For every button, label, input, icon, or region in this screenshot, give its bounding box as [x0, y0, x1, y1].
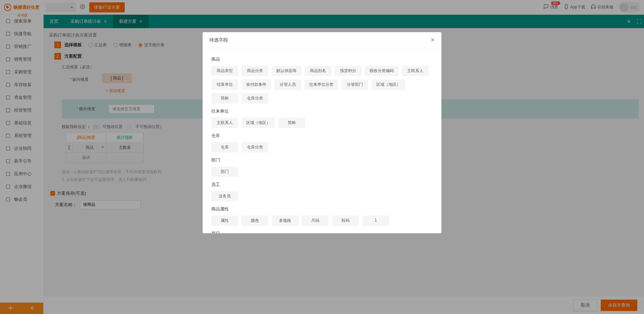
field-chip[interactable]: 尺码	[302, 215, 329, 226]
field-chip[interactable]: 往来单位分类	[305, 79, 338, 90]
field-group: 商品属性属性颜色多规格尺码鞋码1	[211, 206, 433, 226]
field-group-title: 其它	[211, 231, 433, 233]
field-chip[interactable]: 主联系人	[402, 66, 429, 76]
field-group: 员工业务员	[211, 182, 433, 201]
field-chip[interactable]: 仓库分类	[241, 142, 268, 152]
field-chip[interactable]: 税收分类编码	[365, 66, 398, 76]
field-chip[interactable]: 简称	[211, 93, 238, 104]
field-group-title: 部门	[211, 157, 433, 163]
field-chip[interactable]: 商品别名	[305, 66, 331, 76]
field-chip[interactable]: 1	[362, 215, 389, 226]
field-chip[interactable]: 商品类型	[211, 66, 238, 76]
field-chip[interactable]: 简称	[278, 118, 305, 128]
field-chip[interactable]: 区域（地区）	[241, 118, 275, 128]
field-chip[interactable]: 颜色	[241, 215, 268, 226]
field-chip[interactable]: 部门	[211, 167, 238, 177]
field-chip[interactable]: 结算单位	[211, 79, 238, 90]
field-chip[interactable]: 多规格	[272, 215, 299, 226]
field-group-title: 仓库	[211, 133, 433, 139]
field-chip[interactable]: 仓库分类	[241, 93, 268, 104]
field-group: 其它单据日期项目	[211, 231, 433, 233]
field-group: 部门部门	[211, 157, 433, 177]
field-chip[interactable]: 主联系人	[211, 118, 238, 128]
field-group-title: 员工	[211, 182, 433, 188]
field-picker-modal: 待选字段 ✕ 商品商品类型商品分类默认供应商商品别名拣货积分税收分类编码主联系人…	[203, 32, 441, 233]
field-chip[interactable]: 商品分类	[241, 66, 268, 76]
field-group-title: 往来单位	[211, 108, 433, 114]
field-group: 仓库仓库仓库分类	[211, 133, 433, 152]
modal-close-button[interactable]: ✕	[430, 37, 435, 43]
field-chip[interactable]: 属性	[211, 215, 238, 226]
field-chip[interactable]: 区域（地区）	[372, 79, 405, 90]
field-chip[interactable]: 拣货积分	[335, 66, 362, 76]
field-group: 商品商品类型商品分类默认供应商商品别名拣货积分税收分类编码主联系人结算单位收付款…	[211, 56, 433, 104]
field-chip[interactable]: 分管人员	[274, 79, 301, 90]
field-chip[interactable]: 分管部门	[341, 79, 368, 90]
field-chip[interactable]: 默认供应商	[272, 66, 301, 76]
modal-title: 待选字段	[209, 37, 228, 43]
field-chip[interactable]: 仓库	[211, 142, 238, 152]
field-chip[interactable]: 收付款条件	[241, 79, 271, 90]
field-group-title: 商品属性	[211, 206, 433, 212]
field-group-title: 商品	[211, 56, 433, 62]
modal-mask[interactable]: 待选字段 ✕ 商品商品类型商品分类默认供应商商品别名拣货积分税收分类编码主联系人…	[0, 0, 644, 314]
field-chip[interactable]: 业务员	[211, 191, 238, 201]
field-group: 往来单位主联系人区域（地区）简称	[211, 108, 433, 128]
field-chip[interactable]: 鞋码	[332, 215, 359, 226]
